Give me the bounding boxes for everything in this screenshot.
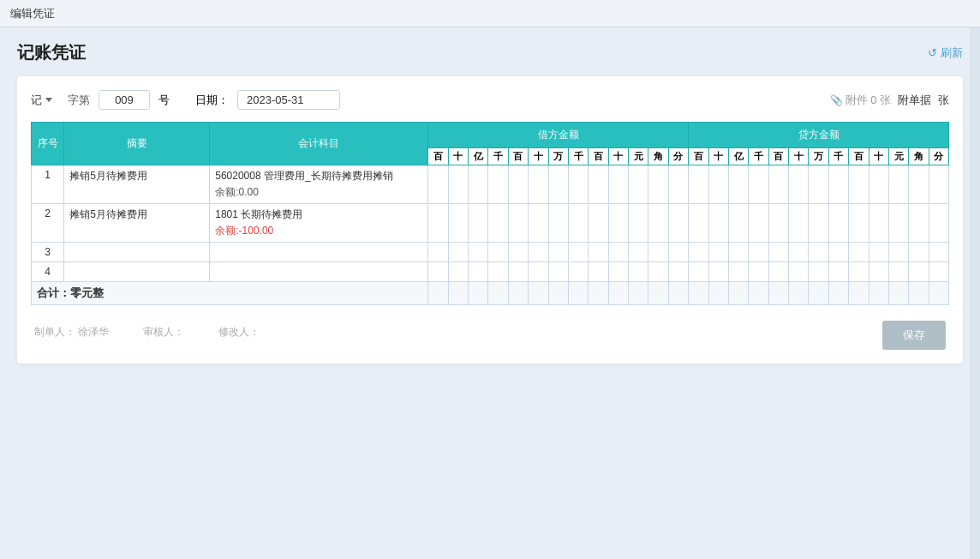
debit-cell[interactable] [589, 165, 608, 204]
debit-cell[interactable] [469, 165, 488, 204]
debit-cell[interactable] [648, 262, 668, 282]
credit-cell[interactable] [888, 243, 908, 262]
date-input[interactable] [237, 90, 340, 110]
debit-cell[interactable] [448, 165, 468, 204]
credit-cell[interactable] [689, 204, 708, 243]
debit-cell[interactable] [589, 262, 608, 282]
credit-cell[interactable] [768, 262, 788, 282]
credit-cell[interactable] [728, 262, 748, 282]
row-summary[interactable]: 摊销5月待摊费用 [64, 204, 210, 243]
debit-cell[interactable] [629, 204, 648, 243]
debit-cell[interactable] [508, 204, 528, 243]
debit-cell[interactable] [469, 243, 488, 262]
credit-cell[interactable] [708, 204, 728, 243]
credit-cell[interactable] [789, 204, 809, 243]
credit-cell[interactable] [689, 262, 708, 282]
voucher-number-input[interactable] [99, 90, 150, 110]
credit-cell[interactable] [728, 204, 748, 243]
credit-cell[interactable] [789, 262, 809, 282]
credit-cell[interactable] [909, 204, 929, 243]
debit-cell[interactable] [428, 204, 448, 243]
row-summary[interactable]: 摊销5月待摊费用 [64, 165, 210, 204]
debit-cell[interactable] [648, 165, 668, 204]
row-summary[interactable] [64, 243, 210, 262]
debit-cell[interactable] [529, 243, 548, 262]
row-summary[interactable] [64, 262, 210, 282]
debit-cell[interactable] [548, 262, 568, 282]
credit-cell[interactable] [749, 204, 768, 243]
credit-cell[interactable] [888, 262, 908, 282]
credit-cell[interactable] [929, 262, 948, 282]
credit-cell[interactable] [869, 262, 888, 282]
debit-cell[interactable] [448, 243, 468, 262]
credit-cell[interactable] [809, 262, 828, 282]
credit-cell[interactable] [749, 165, 768, 204]
credit-cell[interactable] [708, 243, 728, 262]
debit-cell[interactable] [488, 262, 508, 282]
debit-cell[interactable] [529, 262, 548, 282]
debit-cell[interactable] [589, 204, 608, 243]
credit-cell[interactable] [828, 204, 848, 243]
debit-cell[interactable] [668, 262, 688, 282]
debit-cell[interactable] [589, 243, 608, 262]
credit-cell[interactable] [849, 204, 869, 243]
debit-cell[interactable] [448, 262, 468, 282]
debit-cell[interactable] [488, 204, 508, 243]
credit-cell[interactable] [929, 165, 948, 204]
credit-cell[interactable] [728, 243, 748, 262]
debit-cell[interactable] [608, 165, 628, 204]
debit-cell[interactable] [629, 243, 648, 262]
debit-cell[interactable] [488, 165, 508, 204]
debit-cell[interactable] [568, 262, 588, 282]
debit-cell[interactable] [529, 165, 548, 204]
credit-cell[interactable] [749, 243, 768, 262]
credit-cell[interactable] [828, 262, 848, 282]
row-account[interactable] [210, 243, 428, 262]
scrollbar[interactable] [970, 27, 980, 559]
debit-cell[interactable] [668, 204, 688, 243]
debit-cell[interactable] [608, 243, 628, 262]
debit-cell[interactable] [428, 165, 448, 204]
credit-cell[interactable] [728, 165, 748, 204]
credit-cell[interactable] [828, 243, 848, 262]
credit-cell[interactable] [869, 165, 888, 204]
debit-cell[interactable] [428, 243, 448, 262]
row-account[interactable] [210, 262, 428, 282]
credit-cell[interactable] [768, 165, 788, 204]
credit-cell[interactable] [869, 204, 888, 243]
credit-cell[interactable] [888, 165, 908, 204]
credit-cell[interactable] [708, 262, 728, 282]
credit-cell[interactable] [809, 165, 828, 204]
credit-cell[interactable] [789, 165, 809, 204]
credit-cell[interactable] [768, 204, 788, 243]
credit-cell[interactable] [809, 204, 828, 243]
credit-cell[interactable] [849, 165, 869, 204]
debit-cell[interactable] [548, 243, 568, 262]
row-account[interactable]: 56020008 管理费用_长期待摊费用摊销余额:0.00 [210, 165, 428, 204]
credit-cell[interactable] [749, 262, 768, 282]
debit-cell[interactable] [508, 262, 528, 282]
debit-cell[interactable] [668, 243, 688, 262]
credit-cell[interactable] [708, 165, 728, 204]
debit-cell[interactable] [508, 165, 528, 204]
credit-cell[interactable] [689, 165, 708, 204]
debit-cell[interactable] [448, 204, 468, 243]
credit-cell[interactable] [909, 165, 929, 204]
debit-cell[interactable] [668, 165, 688, 204]
credit-cell[interactable] [869, 243, 888, 262]
credit-cell[interactable] [888, 204, 908, 243]
debit-cell[interactable] [629, 165, 648, 204]
debit-cell[interactable] [608, 204, 628, 243]
credit-cell[interactable] [828, 165, 848, 204]
row-account[interactable]: 1801 长期待摊费用余额:-100.00 [210, 204, 428, 243]
attachment-link[interactable]: 📎 附件 0 张 [830, 93, 891, 108]
fudanju-button[interactable]: 附单据 [898, 93, 931, 108]
save-button[interactable]: 保存 [882, 321, 946, 350]
debit-cell[interactable] [648, 204, 668, 243]
credit-cell[interactable] [849, 243, 869, 262]
debit-cell[interactable] [648, 243, 668, 262]
debit-cell[interactable] [469, 262, 488, 282]
credit-cell[interactable] [929, 243, 948, 262]
debit-cell[interactable] [488, 243, 508, 262]
debit-cell[interactable] [508, 243, 528, 262]
